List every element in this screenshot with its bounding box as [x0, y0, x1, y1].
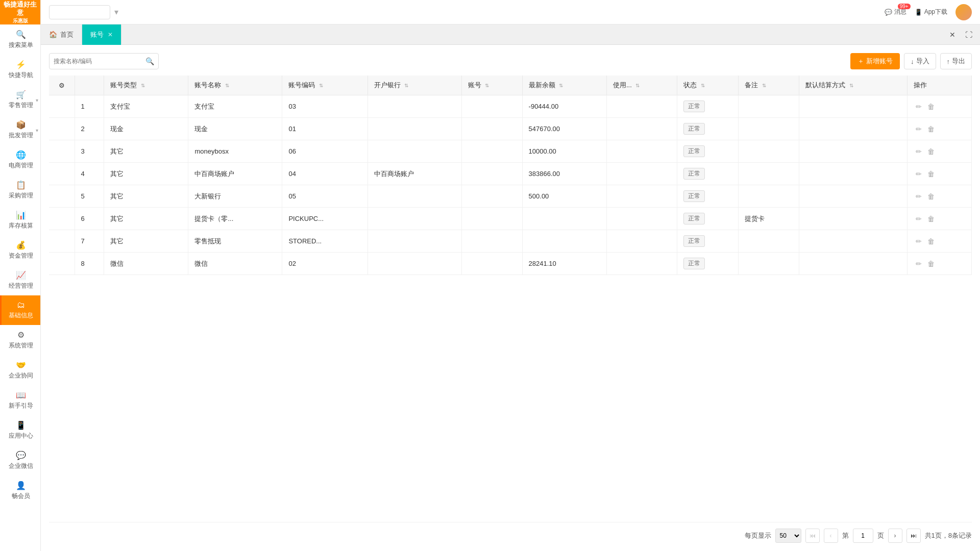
cell-type: 现金	[104, 118, 188, 140]
delete-button[interactable]: 🗑	[925, 214, 937, 224]
cell-bank	[368, 95, 461, 118]
sidebar-item-label: 搜索菜单	[9, 41, 33, 49]
th-default-settlement[interactable]: 默认结算方式 ⇅	[799, 76, 907, 95]
sidebar-item-label: 新手引导	[9, 402, 33, 410]
sidebar-item-shortcuts[interactable]: ⚡ 快捷导航	[0, 55, 40, 85]
search-button[interactable]: 🔍	[141, 57, 158, 65]
cell-action: ✏ 🗑	[907, 95, 971, 118]
last-page-button[interactable]: ⏭	[906, 529, 921, 543]
sidebar-item-ecommerce[interactable]: 🌐 电商管理	[0, 145, 40, 175]
cell-remark: 提货卡	[738, 208, 799, 230]
edit-button[interactable]: ✏	[914, 214, 924, 224]
cell-bank	[368, 208, 461, 230]
delete-button[interactable]: 🗑	[925, 169, 937, 179]
app-download-button[interactable]: 📱 App下载	[915, 8, 947, 16]
sidebar-item-guide[interactable]: 📖 新手引导	[0, 385, 40, 415]
maximize-window-button[interactable]: ⛶	[962, 28, 976, 42]
cell-default-settlement	[799, 208, 907, 230]
edit-button[interactable]: ✏	[914, 236, 924, 246]
cell-name: 零售抵现	[188, 230, 282, 253]
delete-button[interactable]: 🗑	[925, 191, 937, 202]
message-button[interactable]: 💬 消息 99+	[885, 8, 906, 16]
th-status[interactable]: 状态 ⇅	[677, 76, 739, 95]
th-type[interactable]: 账号类型 ⇅	[104, 76, 188, 95]
cell-name: 中百商场账户	[188, 163, 282, 185]
sidebar-item-app-center[interactable]: 📱 应用中心	[0, 415, 40, 445]
sort-icon-balance: ⇅	[559, 83, 563, 88]
export-label: 导出	[952, 57, 965, 66]
th-code[interactable]: 账号编码 ⇅	[282, 76, 368, 95]
prev-page-button[interactable]: ‹	[824, 529, 838, 543]
th-usage[interactable]: 使用... ⇅	[607, 76, 677, 95]
delete-button[interactable]: 🗑	[925, 102, 937, 112]
sidebar-item-inventory[interactable]: 📊 库存核算	[0, 205, 40, 235]
tab-close-icon[interactable]: ✕	[108, 31, 113, 38]
edit-button[interactable]: ✏	[914, 102, 924, 112]
th-account[interactable]: 账号 ⇅	[461, 76, 522, 95]
edit-button[interactable]: ✏	[914, 259, 924, 269]
topbar-dropdown-icon[interactable]: ▾	[114, 7, 118, 17]
cell-code: 03	[282, 95, 368, 118]
sidebar-item-enterprise-wechat[interactable]: 💬 企业微信	[0, 445, 40, 475]
next-page-button[interactable]: ›	[888, 529, 902, 543]
page-label: 第	[842, 531, 849, 540]
trending-icon: 📈	[16, 270, 26, 280]
page-input[interactable]	[853, 529, 873, 543]
edit-button[interactable]: ✏	[914, 191, 924, 202]
cell-settings	[49, 118, 75, 140]
sidebar-item-search[interactable]: 🔍 搜索菜单	[0, 24, 40, 55]
cell-name: 现金	[188, 118, 282, 140]
sidebar-item-basic[interactable]: 🗂 基础信息	[0, 295, 40, 325]
per-page-select[interactable]: 50 10 20 100	[775, 529, 801, 543]
cell-remark	[738, 185, 799, 208]
money-icon: 💰	[16, 240, 26, 250]
th-settings[interactable]: ⚙	[49, 76, 75, 95]
delete-button[interactable]: 🗑	[925, 236, 937, 246]
search-icon: 🔍	[16, 30, 26, 39]
import-icon: ↓	[911, 58, 914, 65]
edit-button[interactable]: ✏	[914, 124, 924, 134]
sidebar-item-enterprise-agreement[interactable]: 🤝 企业协同	[0, 355, 40, 385]
tab-home[interactable]: 🏠 首页	[41, 24, 82, 45]
edit-button[interactable]: ✏	[914, 146, 924, 157]
th-bank[interactable]: 开户银行 ⇅	[368, 76, 461, 95]
sidebar-item-label: 资金管理	[9, 252, 33, 260]
topbar-search-input[interactable]	[49, 5, 110, 19]
tab-account[interactable]: 账号 ✕	[82, 24, 121, 45]
search-input[interactable]	[50, 58, 141, 65]
sidebar-item-label: 畅会员	[12, 492, 30, 500]
sidebar-item-operations[interactable]: 📈 经营管理	[0, 265, 40, 295]
sidebar-item-finance[interactable]: 💰 资金管理	[0, 235, 40, 265]
th-name[interactable]: 账号名称 ⇅	[188, 76, 282, 95]
th-remark[interactable]: 备注 ⇅	[738, 76, 799, 95]
topbar-right: 💬 消息 99+ 📱 App下载	[885, 4, 972, 20]
cell-bank	[368, 118, 461, 140]
cell-index: 4	[75, 163, 104, 185]
first-page-button[interactable]: ⏮	[805, 529, 820, 543]
topbar-left: ▾	[49, 5, 118, 19]
sidebar-item-member[interactable]: 👤 畅会员	[0, 475, 40, 506]
delete-button[interactable]: 🗑	[925, 259, 937, 269]
cell-balance: 500.00	[522, 185, 606, 208]
sidebar-item-retail[interactable]: 🛒 零售管理 ▾	[0, 85, 40, 115]
sidebar-item-purchase[interactable]: 📋 采购管理	[0, 175, 40, 205]
export-button[interactable]: ↑ 导出	[940, 53, 972, 69]
import-button[interactable]: ↓ 导入	[904, 53, 936, 69]
delete-button[interactable]: 🗑	[925, 124, 937, 134]
cell-default-settlement	[799, 95, 907, 118]
app-download-label: App下载	[924, 8, 947, 16]
th-balance[interactable]: 最新余额 ⇅	[522, 76, 606, 95]
cell-balance: 547670.00	[522, 118, 606, 140]
add-account-button[interactable]: ＋ 新增账号	[850, 53, 900, 69]
handshake-icon: 🤝	[16, 360, 26, 370]
edit-button[interactable]: ✏	[914, 169, 924, 179]
sidebar-item-system[interactable]: ⚙ 系统管理	[0, 325, 40, 355]
cell-balance	[522, 230, 606, 253]
window-controls: ✕ ⛶	[945, 28, 980, 42]
avatar[interactable]	[955, 4, 972, 20]
cell-status: 正常	[677, 185, 739, 208]
sidebar-item-wholesale[interactable]: 📦 批发管理 ▾	[0, 115, 40, 145]
close-window-button[interactable]: ✕	[945, 28, 960, 42]
delete-button[interactable]: 🗑	[925, 146, 937, 157]
sidebar-item-label: 经营管理	[9, 282, 33, 290]
